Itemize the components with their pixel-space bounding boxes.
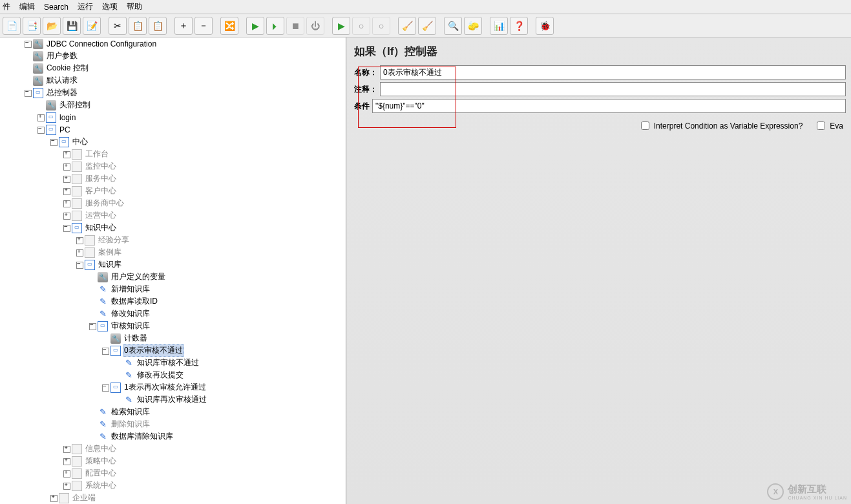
toolbar: 📄📑📂💾📝✂📋📋＋－🔀▶⏵⏹⏻▶○○🧹🧹🔍🧽📊❓🐞 <box>0 14 851 37</box>
menu-帮助[interactable]: 帮助 <box>127 1 142 12</box>
remote-start-icon[interactable]: ▶ <box>332 17 350 35</box>
save-as-icon[interactable]: 📝 <box>83 17 101 35</box>
expand-icon[interactable]: ＋ <box>174 17 193 35</box>
menu-bar: 件编辑Search运行选项帮助 <box>0 0 851 14</box>
help-icon[interactable]: ❓ <box>510 17 528 35</box>
shutdown-icon: ⏻ <box>306 17 324 35</box>
bug-icon[interactable]: 🐞 <box>536 17 554 35</box>
paste-icon[interactable]: 📋 <box>149 17 167 35</box>
new-file-icon[interactable]: 📄 <box>3 17 21 35</box>
start-icon[interactable]: ▶ <box>246 17 264 35</box>
remote-shutdown-icon: ○ <box>372 17 390 35</box>
start-no-pause-icon[interactable]: ⏵ <box>266 17 284 35</box>
clear-all-icon[interactable]: 🧹 <box>418 17 436 35</box>
search-icon[interactable]: 🔍 <box>444 17 462 35</box>
function-helper-icon[interactable]: 📊 <box>490 17 508 35</box>
copy-icon[interactable]: 📋 <box>129 17 147 35</box>
save-icon[interactable]: 💾 <box>63 17 81 35</box>
toggle-icon[interactable]: 🔀 <box>220 17 238 35</box>
menu-编辑[interactable]: 编辑 <box>19 1 35 12</box>
menu-search[interactable]: Search <box>44 3 68 12</box>
reset-search-icon[interactable]: 🧽 <box>464 17 482 35</box>
clear-icon[interactable]: 🧹 <box>398 17 416 35</box>
menu-选项[interactable]: 选项 <box>102 1 118 12</box>
cut-icon[interactable]: ✂ <box>109 17 127 35</box>
menu-运行[interactable]: 运行 <box>78 1 93 12</box>
open-icon[interactable]: 📂 <box>43 17 61 35</box>
templates-icon[interactable]: 📑 <box>23 17 41 35</box>
stop-icon: ⏹ <box>286 17 304 35</box>
collapse-icon[interactable]: － <box>194 17 213 35</box>
remote-stop-icon: ○ <box>352 17 370 35</box>
menu-件[interactable]: 件 <box>3 1 10 12</box>
